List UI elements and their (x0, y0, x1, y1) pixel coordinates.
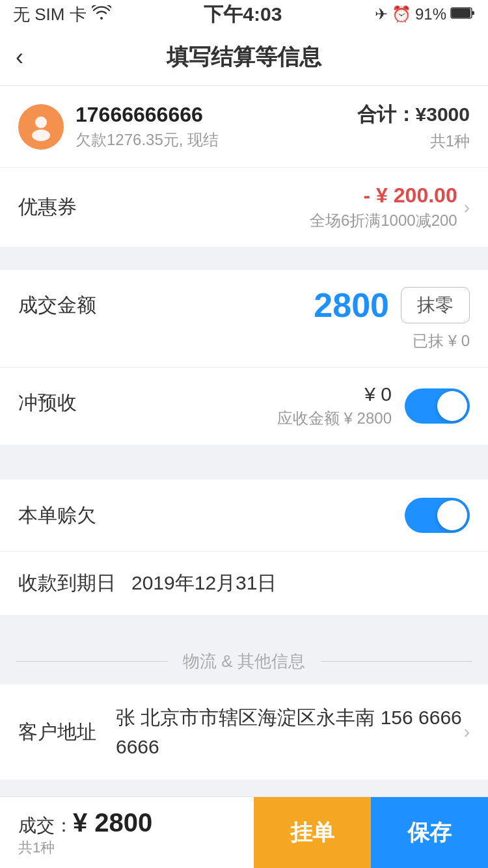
deal-sub: 已抹 ¥ 0 (413, 332, 470, 349)
pending-button[interactable]: 挂单 (254, 797, 371, 868)
bottom-summary: 成交：¥ 2800 共1种 (0, 797, 254, 868)
prepay-sub: 应收金额 ¥ 2800 (277, 408, 392, 429)
status-left: 无 SIM 卡 (13, 3, 111, 26)
deal-label: 成交金额 (18, 292, 96, 319)
total-amount: 合计：¥3000 (357, 102, 470, 128)
prepay-toggle[interactable] (405, 388, 470, 424)
battery-icon (450, 5, 475, 23)
debt-toggle[interactable] (405, 498, 470, 533)
nav-title: 填写结算等信息 (167, 42, 321, 72)
status-time: 下午4:03 (204, 1, 282, 28)
wifi-icon (92, 5, 111, 23)
nav-bar: ‹ 填写结算等信息 (0, 29, 488, 86)
customer-sub: 欠款1276.35元, 现结 (75, 129, 219, 150)
coupon-discount: - ¥ 200.00 (310, 183, 457, 208)
toggle-knob (437, 391, 467, 421)
battery-percent: 91% (415, 5, 446, 23)
bottom-bar: 成交：¥ 2800 共1种 挂单 保存 (0, 796, 488, 868)
prepay-amount-wrap: ¥ 0 应收金额 ¥ 2800 (277, 383, 392, 429)
chevron-right-address-icon: › (464, 722, 470, 742)
debt-label: 本单赊欠 (18, 502, 96, 529)
customer-left: 17666666666 欠款1276.35元, 现结 (18, 103, 219, 150)
section-divider-2 (0, 456, 488, 468)
coupon-info: - ¥ 200.00 全场6折满1000减200 (310, 183, 457, 231)
section-divider (0, 258, 488, 270)
save-button[interactable]: 保存 (371, 797, 488, 868)
deal-section: 成交金额 2800 抹零 已抹 ¥ 0 冲预收 ¥ 0 应收金额 ¥ 2800 (0, 270, 488, 444)
customer-row: 17666666666 欠款1276.35元, 现结 合计：¥3000 共1种 (0, 86, 488, 167)
location-icon: ✈ (375, 5, 388, 23)
debt-toggle-knob (437, 500, 467, 530)
coupon-desc: 全场6折满1000减200 (310, 210, 457, 231)
logistics-line-right (321, 661, 472, 662)
customer-section: 17666666666 欠款1276.35元, 现结 合计：¥3000 共1种 … (0, 86, 488, 247)
prepay-label: 冲预收 (18, 383, 77, 416)
due-date-value: 2019年12月31日 (131, 570, 277, 597)
address-section[interactable]: 客户地址 张 北京市市辖区海淀区永丰南 156 6666 6666 › (0, 685, 488, 780)
svg-point-3 (35, 116, 47, 128)
customer-right: 合计：¥3000 共1种 (357, 102, 470, 152)
chevron-right-icon: › (464, 197, 470, 218)
coupon-row[interactable]: 优惠券 - ¥ 200.00 全场6折满1000减200 › (0, 167, 488, 247)
coupon-right: - ¥ 200.00 全场6折满1000减200 › (310, 183, 470, 231)
svg-rect-1 (472, 11, 474, 15)
avatar (18, 104, 64, 150)
total-sub: 共1种 (357, 131, 470, 152)
svg-rect-2 (452, 8, 470, 18)
bottom-deal-label: 成交： (18, 815, 73, 835)
bottom-deal-row: 成交：¥ 2800 (18, 808, 236, 838)
customer-phone: 17666666666 (75, 103, 219, 127)
bottom-deal-amount: ¥ 2800 (73, 808, 152, 837)
logistics-label-wrap: 物流 & 其他信息 (0, 638, 488, 685)
debt-section: 本单赊欠 收款到期日 2019年12月31日 (0, 480, 488, 615)
deal-right: 2800 抹零 (314, 286, 470, 325)
coupon-label: 优惠券 (18, 194, 77, 221)
due-date-label: 收款到期日 (18, 570, 116, 597)
logistics-line-left (16, 661, 167, 662)
address-label: 客户地址 (18, 719, 96, 746)
logistics-sep (0, 627, 488, 638)
address-content: 张 北京市市辖区海淀区永丰南 156 6666 6666 (116, 703, 464, 761)
due-date-row: 收款到期日 2019年12月31日 (0, 551, 488, 615)
deal-amount: 2800 (314, 286, 389, 325)
prepay-amount: ¥ 0 (277, 383, 392, 405)
customer-info: 17666666666 欠款1276.35元, 现结 (75, 103, 219, 150)
sim-label: 无 SIM 卡 (13, 3, 87, 26)
deal-row: 成交金额 2800 抹零 (18, 286, 470, 325)
prepay-section: 冲预收 ¥ 0 应收金额 ¥ 2800 (0, 367, 488, 444)
bottom-deal-sub: 共1种 (18, 838, 236, 858)
logistics-label: 物流 & 其他信息 (183, 650, 305, 673)
status-bar: 无 SIM 卡 下午4:03 ✈ ⏰ 91% (0, 0, 488, 29)
svg-point-4 (32, 129, 50, 141)
alarm-icon: ⏰ (392, 5, 411, 23)
round-zero-button[interactable]: 抹零 (401, 287, 470, 323)
prepay-row: 冲预收 ¥ 0 应收金额 ¥ 2800 (18, 383, 470, 429)
prepay-right: ¥ 0 应收金额 ¥ 2800 (277, 383, 470, 429)
status-right: ✈ ⏰ 91% (375, 5, 475, 23)
debt-row: 本单赊欠 (0, 480, 488, 551)
deal-amount-row: 成交金额 2800 抹零 已抹 ¥ 0 (0, 270, 488, 367)
back-button[interactable]: ‹ (16, 44, 23, 71)
